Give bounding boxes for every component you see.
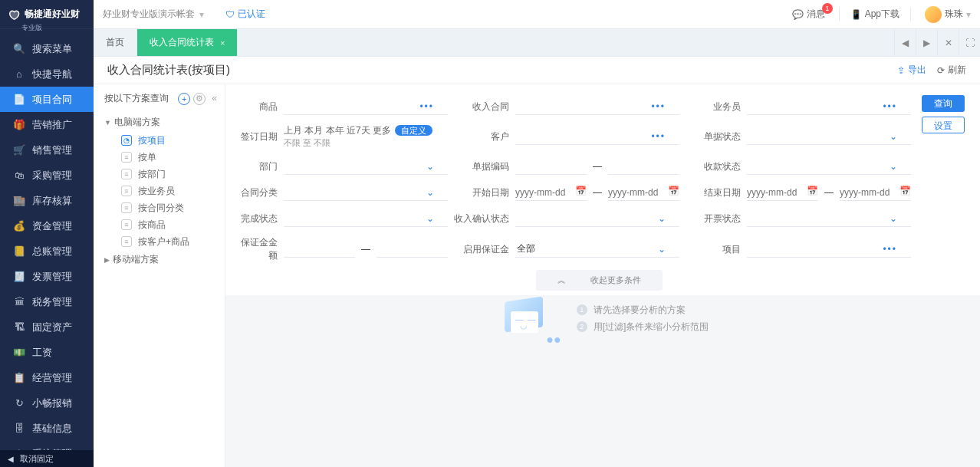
collapse-filters-button[interactable]: ︽ 收起更多条件 [536, 270, 663, 291]
fullscreen-button[interactable]: ⛶ [959, 29, 980, 57]
start-date-from-input[interactable]: 📅 [515, 184, 587, 201]
calendar-icon[interactable]: 📅 [575, 186, 587, 196]
menu-reimburse[interactable]: ↻小畅报销 [0, 390, 94, 416]
date-last7[interactable]: 近7天 [347, 125, 370, 136]
salesman-input[interactable]: ••• [747, 98, 911, 115]
gift-icon: 🎁 [14, 120, 25, 130]
menu-invoice[interactable]: 🧾发票管理 [0, 264, 94, 289]
step-1-badge: 1 [577, 304, 587, 315]
enable-deposit-select[interactable]: ⌄ [515, 241, 679, 258]
menu-quicknav[interactable]: ⌂快捷导航 [0, 61, 94, 87]
date-last-month[interactable]: 上月 [284, 125, 302, 136]
settings-button[interactable]: 设置 [922, 117, 965, 133]
date-this-year[interactable]: 本年 [326, 125, 344, 136]
scheme-settings-button[interactable]: ⚙ [193, 93, 206, 105]
contract-cat-select[interactable]: ⌄ [284, 184, 448, 201]
date-this-month[interactable]: 本月 [304, 125, 323, 136]
calendar-icon[interactable]: 📅 [899, 186, 911, 196]
deposit-to-input[interactable] [377, 241, 448, 258]
chevron-down-icon[interactable]: ⌄ [426, 161, 434, 172]
database-icon: 🗄 [14, 423, 25, 434]
scheme-by-goods[interactable]: ≡按商品 [121, 216, 225, 233]
scheme-by-doc[interactable]: ≡按单 [121, 149, 225, 166]
tab-next-button[interactable]: ▶ [916, 29, 937, 57]
tab-active[interactable]: 收入合同统计表 × [137, 29, 238, 56]
doc-no-to-input[interactable] [608, 158, 679, 175]
dept-select[interactable]: ⌄ [284, 158, 448, 175]
menu-sales[interactable]: 🛒销售管理 [0, 137, 94, 163]
menu-asset[interactable]: 🏗固定资产 [0, 314, 94, 340]
receipt-status-select[interactable]: ⌄ [747, 158, 911, 175]
refresh-button[interactable]: ⟳刷新 [937, 64, 966, 77]
project-input[interactable]: ••• [747, 241, 911, 258]
filter-form: 商品 ••• 收入合同 ••• 业务员 ••• 查询 设置 签订日期 上月 本月… [225, 84, 980, 295]
user-menu[interactable]: 珠珠 ▾ [925, 6, 971, 23]
end-date-to-input[interactable]: 📅 [840, 184, 911, 201]
tab-close-all-button[interactable]: ✕ [937, 29, 959, 57]
ellipsis-icon[interactable]: ••• [419, 101, 434, 112]
doc-status-select[interactable]: ⌄ [747, 128, 911, 145]
date-more[interactable]: 更多 [373, 125, 391, 136]
calendar-icon[interactable]: 📅 [668, 186, 679, 196]
menu-marketing[interactable]: 🎁营销推广 [0, 112, 94, 137]
scheme-by-dept[interactable]: ≡按部门 [121, 166, 225, 183]
menu-search[interactable]: 🔍搜索菜单 [0, 36, 94, 61]
menu-operation[interactable]: 📋经营管理 [0, 365, 94, 390]
menu-purchase[interactable]: 🛍采购管理 [0, 163, 94, 188]
scheme-group-mobile[interactable]: ▶移动端方案 [104, 250, 225, 269]
pin-toggle[interactable]: 取消固定 [0, 450, 94, 467]
income-confirm-select[interactable]: ⌄ [515, 210, 679, 227]
menu-ledger[interactable]: 📒总账管理 [0, 238, 94, 264]
ellipsis-icon[interactable]: ••• [883, 244, 897, 255]
add-scheme-button[interactable]: + [178, 93, 190, 105]
lbl-finish-status: 完成状态 [230, 206, 281, 232]
chevron-down-icon[interactable]: ⌄ [890, 161, 897, 172]
phone-icon: 📱 [850, 9, 862, 20]
query-button[interactable]: 查询 [922, 95, 965, 112]
lbl-enable-deposit: 启用保证金 [451, 232, 512, 267]
start-date-to-input[interactable]: 📅 [608, 184, 679, 201]
collapse-panel-button[interactable]: « [212, 93, 217, 105]
close-icon[interactable]: × [220, 38, 225, 48]
menu-base[interactable]: 🗄基础信息 [0, 416, 94, 441]
tab-home[interactable]: 首页 [94, 29, 137, 56]
customer-input[interactable]: ••• [515, 128, 679, 145]
deposit-from-input[interactable] [284, 241, 355, 258]
ellipsis-icon[interactable]: ••• [651, 101, 666, 112]
download-button[interactable]: 📱 App下载 [839, 8, 911, 21]
menu-salary[interactable]: 💵工资 [0, 340, 94, 365]
lbl-doc-status: 单据状态 [682, 120, 744, 153]
date-custom[interactable]: 自定义 [395, 125, 432, 136]
ellipsis-icon[interactable]: ••• [651, 131, 666, 142]
scheme-by-customer-goods[interactable]: ≡按客户+商品 [121, 233, 225, 250]
invoice-status-select[interactable]: ⌄ [747, 210, 911, 227]
tenant-selector[interactable]: 好业财专业版演示帐套 ▾ [103, 8, 204, 21]
menu-finance[interactable]: 💰资金管理 [0, 213, 94, 238]
scheme-group-desktop[interactable]: ▼电脑端方案 [104, 113, 225, 132]
finish-status-select[interactable]: ⌄ [284, 210, 448, 227]
search-icon: 🔍 [14, 44, 25, 54]
scheme-by-category[interactable]: ≡按合同分类 [121, 199, 225, 216]
verified-badge[interactable]: 🛡 已认证 [225, 8, 265, 21]
chevron-down-icon[interactable]: ⌄ [426, 213, 434, 224]
lbl-end-date: 结束日期 [682, 179, 744, 206]
menu-inventory[interactable]: 🏬库存核算 [0, 188, 94, 213]
ellipsis-icon[interactable]: ••• [883, 101, 897, 112]
messages-button[interactable]: 💬 消息 1 [792, 8, 825, 21]
chevron-down-icon[interactable]: ⌄ [890, 131, 897, 142]
income-contract-input[interactable]: ••• [515, 98, 679, 115]
chevron-down-icon[interactable]: ⌄ [890, 213, 897, 224]
menu-tax[interactable]: 🏛税务管理 [0, 289, 94, 314]
chevron-down-icon[interactable]: ⌄ [658, 244, 666, 255]
tab-prev-button[interactable]: ◀ [894, 29, 916, 57]
chevron-down-icon[interactable]: ⌄ [658, 213, 666, 224]
export-button[interactable]: ⇪导出 [897, 64, 926, 77]
calendar-icon[interactable]: 📅 [807, 186, 818, 196]
end-date-from-input[interactable]: 📅 [747, 184, 818, 201]
menu-project-contract[interactable]: 📄项目合同 [0, 87, 94, 112]
chevron-down-icon[interactable]: ⌄ [426, 187, 434, 198]
goods-input[interactable]: ••• [284, 98, 448, 115]
doc-no-from-input[interactable] [515, 158, 587, 175]
scheme-by-project[interactable]: ◔按项目 [121, 132, 225, 149]
scheme-by-salesman[interactable]: ≡按业务员 [121, 183, 225, 199]
